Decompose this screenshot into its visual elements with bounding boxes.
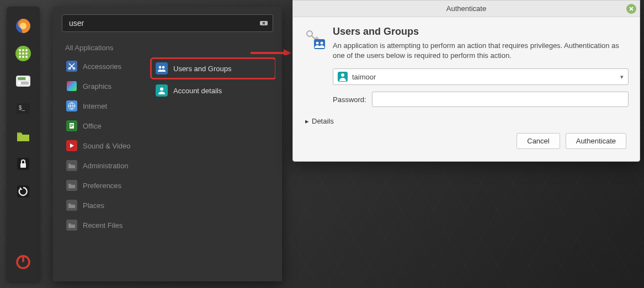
svg-point-35	[160, 88, 163, 91]
folder-icon	[15, 128, 31, 145]
svg-point-16	[18, 82, 21, 85]
dock-lock[interactable]	[14, 154, 33, 173]
admin-folder-icon	[66, 160, 77, 171]
svg-point-39	[316, 42, 319, 45]
chevron-down-icon: ▾	[620, 73, 624, 81]
details-expander[interactable]: ▸ Details	[304, 117, 629, 125]
category-graphics[interactable]: Graphics	[63, 77, 148, 95]
category-label: Places	[83, 201, 104, 210]
authenticate-button[interactable]: Authenticate	[566, 133, 626, 149]
application-menu: All Applications Accessories Graphics In…	[53, 7, 282, 281]
users-icon	[156, 62, 168, 74]
svg-rect-30	[70, 124, 73, 125]
dialog-heading: Users and Groups	[333, 26, 629, 38]
lock-icon	[15, 156, 31, 172]
svg-rect-27	[67, 81, 77, 91]
svg-point-11	[25, 56, 28, 58]
app-account-details[interactable]: Account details	[151, 81, 275, 100]
svg-point-7	[22, 52, 24, 55]
svg-rect-32	[70, 126, 72, 127]
category-list: All Applications Accessories Graphics In…	[60, 40, 148, 274]
category-preferences[interactable]: Preferences	[63, 176, 148, 195]
svg-point-40	[321, 42, 323, 45]
search-field-wrap	[62, 14, 273, 32]
dialog-close-button[interactable]	[626, 4, 636, 14]
close-icon	[629, 6, 634, 12]
dock-files[interactable]	[14, 127, 33, 146]
svg-rect-23	[22, 255, 24, 262]
power-icon	[15, 254, 31, 270]
category-label: Preferences	[83, 182, 121, 190]
category-label: All Applications	[65, 44, 113, 52]
scissors-icon	[66, 61, 77, 72]
category-all-applications[interactable]: All Applications	[63, 40, 148, 56]
search-input[interactable]	[62, 14, 273, 32]
category-recent-files[interactable]: Recent Files	[63, 216, 148, 234]
authenticate-dialog: Authenticate Users and Groups An applica	[292, 0, 640, 162]
app-label: Account details	[173, 87, 222, 95]
toggle-icon	[15, 73, 31, 89]
places-folder-icon	[66, 200, 77, 211]
firefox-icon	[15, 18, 31, 34]
category-label: Sound & Video	[83, 142, 131, 150]
terminal-icon: $_	[15, 100, 31, 117]
category-internet[interactable]: Internet	[63, 97, 148, 115]
play-icon	[66, 140, 77, 151]
dialog-description: An application is attempting to perform …	[333, 41, 629, 61]
category-accessories[interactable]: Accessories	[63, 57, 148, 76]
chevron-right-icon: ▸	[305, 117, 309, 125]
svg-point-14	[25, 77, 29, 81]
svg-point-4	[22, 49, 24, 51]
globe-icon	[66, 100, 77, 111]
prefs-folder-icon	[66, 180, 77, 191]
category-office[interactable]: Office	[63, 116, 148, 135]
svg-rect-20	[20, 163, 26, 168]
refresh-icon	[15, 183, 31, 200]
dock-updates[interactable]	[14, 182, 33, 201]
category-label: Graphics	[83, 82, 111, 90]
svg-rect-31	[70, 125, 73, 126]
svg-point-5	[25, 49, 28, 51]
svg-text:$_: $_	[19, 105, 25, 111]
password-input[interactable]	[372, 92, 629, 107]
dock-power[interactable]	[14, 253, 33, 271]
clear-search-icon[interactable]	[260, 19, 268, 27]
auth-keys-icon	[304, 28, 325, 49]
app-results-list: Users and Groups Account details	[148, 40, 275, 274]
category-label: Administration	[83, 162, 128, 170]
app-label: Users and Groups	[173, 65, 232, 73]
svg-point-10	[22, 56, 24, 58]
category-label: Office	[83, 122, 102, 130]
selected-user-label: taimoor	[352, 73, 376, 81]
svg-point-3	[19, 49, 21, 51]
svg-point-1	[20, 23, 26, 29]
dock-firefox[interactable]	[14, 17, 33, 35]
document-icon	[66, 120, 77, 131]
category-sound-video[interactable]: Sound & Video	[63, 136, 148, 155]
dialog-titlebar[interactable]: Authenticate	[293, 1, 640, 17]
svg-point-9	[19, 56, 21, 58]
cancel-button[interactable]: Cancel	[517, 133, 560, 149]
dialog-window-title: Authenticate	[446, 4, 486, 13]
category-places[interactable]: Places	[63, 196, 148, 215]
dock-panel: $_	[7, 7, 40, 281]
dock-terminal[interactable]: $_	[14, 99, 33, 118]
category-administration[interactable]: Administration	[63, 156, 148, 175]
details-label: Details	[312, 117, 334, 125]
svg-point-33	[159, 66, 162, 69]
dock-settings[interactable]	[14, 72, 33, 90]
user-avatar-icon	[338, 72, 348, 82]
svg-point-8	[25, 52, 28, 55]
dock-apps[interactable]	[14, 44, 33, 63]
apps-grid-icon	[15, 45, 31, 62]
svg-point-37	[307, 31, 312, 36]
svg-point-42	[341, 73, 344, 77]
user-select-dropdown[interactable]: taimoor ▾	[333, 68, 629, 85]
palette-icon	[66, 81, 77, 92]
category-label: Accessories	[83, 62, 121, 71]
category-label: Internet	[83, 102, 107, 110]
svg-point-34	[162, 66, 165, 69]
password-label: Password:	[333, 95, 366, 104]
app-users-and-groups[interactable]: Users and Groups	[151, 58, 275, 78]
account-icon	[156, 84, 168, 97]
